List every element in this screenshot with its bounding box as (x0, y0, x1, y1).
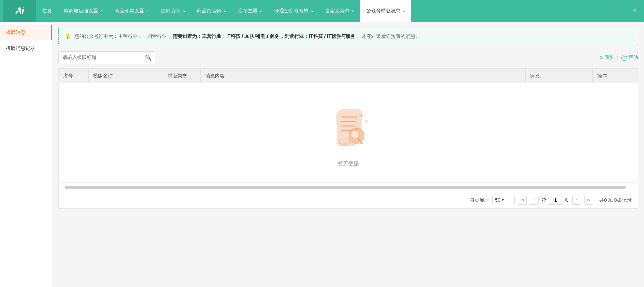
close-all-tabs-button[interactable]: × (628, 7, 641, 15)
help-icon: ? (621, 55, 627, 61)
close-tab-theme[interactable]: × (260, 8, 262, 13)
close-tab-product-page[interactable]: × (224, 8, 226, 13)
close-tab-template-msg[interactable]: × (403, 8, 405, 13)
next-page-button[interactable]: › (572, 196, 581, 205)
bulb-icon: 💡 (65, 33, 71, 39)
pagination: 每页显示 50 ▾ ⊲ ‹ 第 页 › (59, 192, 638, 208)
total-info: 共0页, 0条记录 (599, 197, 632, 204)
close-tab-wxmall[interactable]: × (311, 8, 313, 13)
empty-state: 暂无数据 (59, 83, 638, 182)
table-col-seq: 序号 (59, 69, 89, 83)
notice-banner: 💡 您的公众号行业为：主营行业：，副营行业： 需要设置为：主营行业：IT科技 /… (58, 28, 638, 45)
search-icon[interactable]: 🔍 (145, 55, 151, 61)
chevron-down-icon: ▾ (502, 198, 504, 202)
top-navigation: Ai 首页 微商城店铺设置 × 商品分类设置 × 首页装修 × 商品页装修 × … (0, 0, 644, 22)
first-page-button[interactable]: ⊲ (518, 196, 527, 205)
logo: Ai (3, 0, 36, 22)
close-tab-wshop[interactable]: × (100, 8, 103, 13)
scrollbar-thumb[interactable] (65, 186, 626, 189)
nav-tab-product-page[interactable]: 商品页装修 × (191, 0, 232, 22)
sync-icon: ↻ (599, 55, 603, 60)
search-input[interactable] (62, 55, 145, 60)
nav-tab-custom-menu[interactable]: 自定义菜单 × (319, 0, 360, 22)
current-page-input[interactable] (548, 196, 563, 205)
help-button[interactable]: ? 帮助 (621, 54, 638, 61)
close-tab-homepage[interactable]: × (182, 8, 185, 13)
close-tab-custom-menu[interactable]: × (352, 8, 354, 13)
toolbar-divider: | (617, 55, 618, 60)
page-input-wrap: 第 页 (542, 196, 569, 205)
table-col-type: 模版类型 (163, 69, 201, 83)
data-table: 序号 模版名称 模版类型 消息内容 状态 操作 (58, 68, 638, 209)
page-size-label: 每页显示 (470, 197, 489, 204)
nav-tab-wxmall[interactable]: 开通公众号商城 × (268, 0, 319, 22)
last-page-button[interactable]: ⊳ (584, 196, 593, 205)
table-col-status: 状态 (526, 69, 593, 83)
table-header: 序号 模版名称 模版类型 消息内容 状态 操作 (59, 69, 638, 83)
scrollbar-area (59, 182, 638, 192)
nav-tab-theme[interactable]: 店铺主题 × (232, 0, 268, 22)
empty-illustration (326, 106, 371, 155)
last-page-icon: ⊳ (587, 198, 591, 203)
sidebar-item-template-log[interactable]: 模版消息记录 (0, 40, 52, 56)
sidebar: 模版消息 模版消息记录 (0, 22, 52, 287)
nav-tab-template-msg[interactable]: 公众号模版消息 × (360, 0, 411, 22)
toolbar-right: ↻ 同步 | ? 帮助 (599, 54, 638, 61)
table-col-name: 模版名称 (89, 69, 163, 83)
horizontal-scrollbar[interactable] (65, 186, 626, 189)
nav-tab-wshop[interactable]: 微商城店铺设置 × (58, 0, 109, 22)
empty-text: 暂无数据 (338, 161, 359, 167)
table-col-action: 操作 (593, 69, 638, 83)
search-input-wrap: 🔍 (58, 51, 155, 64)
nav-tab-category[interactable]: 商品分类设置 × (109, 0, 155, 22)
prev-page-button[interactable]: ‹ (530, 196, 539, 205)
page-size-select[interactable]: 50 ▾ (492, 196, 515, 204)
sidebar-item-template-msg[interactable]: 模版消息 (0, 25, 52, 40)
sync-button[interactable]: ↻ 同步 (599, 54, 614, 61)
prev-page-icon: ‹ (533, 198, 535, 203)
content-area: 💡 您的公众号行业为：主营行业：，副营行业： 需要设置为：主营行业：IT科技 /… (52, 22, 644, 287)
svg-point-6 (351, 130, 359, 138)
main-layout: 模版消息 模版消息记录 💡 您的公众号行业为：主营行业：，副营行业： 需要设置为… (0, 22, 644, 287)
next-page-icon: › (576, 198, 577, 203)
nav-tab-home[interactable]: 首页 (36, 0, 58, 22)
nav-tab-homepage[interactable]: 首页装修 × (155, 0, 191, 22)
close-tab-category[interactable]: × (146, 8, 149, 13)
table-col-content: 消息内容 (201, 69, 526, 83)
search-bar: 🔍 ↻ 同步 | ? 帮助 (58, 51, 638, 64)
first-page-icon: ⊲ (520, 198, 524, 203)
